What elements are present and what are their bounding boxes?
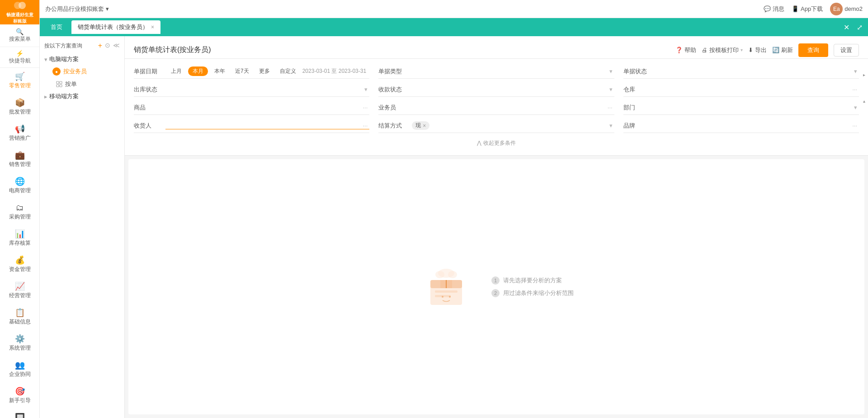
svg-rect-2 bbox=[57, 81, 59, 84]
warehouse-control[interactable]: ··· bbox=[655, 86, 859, 93]
svg-point-13 bbox=[449, 296, 451, 298]
receipt-status-control[interactable]: ▾ bbox=[410, 86, 614, 93]
panel-edit-btn[interactable]: ⊙ bbox=[105, 42, 110, 50]
doc-type-label: 单据类型 bbox=[378, 67, 410, 76]
tab-close-icon[interactable]: × bbox=[151, 24, 154, 30]
sidebar-item-system[interactable]: ⚙️ 系统管理 bbox=[0, 330, 39, 356]
logo-text: 畅捷通好生意 bbox=[6, 12, 33, 18]
date-btn-last-month[interactable]: 上月 bbox=[167, 66, 185, 76]
active-indicator-icon: ● bbox=[52, 67, 61, 76]
app-download-label: App下载 bbox=[801, 5, 823, 13]
sidebar-item-sales[interactable]: 💼 销售管理 bbox=[0, 147, 39, 173]
panel-item-by-order[interactable]: 按单 bbox=[40, 78, 124, 90]
panel-item-salesperson-label: 按业务员 bbox=[63, 67, 87, 76]
doc-type-control[interactable]: ▾ bbox=[410, 68, 614, 75]
tab-maximize-btn[interactable]: ⤢ bbox=[855, 21, 864, 33]
date-btn-this-month[interactable]: 本月 bbox=[188, 66, 208, 76]
tab-active[interactable]: 销货单统计表（按业务员） × bbox=[71, 20, 160, 34]
empty-illustration bbox=[419, 260, 473, 314]
date-label: 单据日期 bbox=[134, 67, 165, 76]
dept-control[interactable]: ▾ bbox=[655, 104, 859, 111]
settlement-label: 结算方式 bbox=[378, 122, 410, 130]
settlement-tag-close-btn[interactable]: × bbox=[423, 123, 426, 129]
sidebar-item-marketing[interactable]: 📢 营销推广 bbox=[0, 120, 39, 147]
message-label: 消息 bbox=[773, 5, 784, 13]
sidebar-item-retail[interactable]: 🛒 零售管理 ▸ bbox=[0, 68, 39, 94]
query-button[interactable]: 查询 bbox=[798, 43, 828, 57]
settlement-control[interactable]: 现 × ▾ bbox=[410, 121, 614, 130]
print-btn[interactable]: 🖨 按模板打印 ▾ bbox=[702, 46, 743, 54]
panel-section-desktop[interactable]: ▾ 电脑端方案 bbox=[40, 53, 124, 65]
filter-row-4: 收货人 ··· 结算方式 现 × ▾ bbox=[134, 119, 859, 133]
sidebar-item-system-label: 系统管理 bbox=[9, 344, 31, 352]
sidebar-search[interactable]: 🔍 搜索菜单 bbox=[0, 24, 39, 47]
sidebar-item-enterprise[interactable]: 👥 企业协同 bbox=[0, 356, 39, 383]
goods-control[interactable]: ··· bbox=[165, 104, 369, 111]
sidebar-item-wholesale[interactable]: 📦 批发管理 ▴ bbox=[0, 94, 39, 120]
panel-collapse-btn[interactable]: ≪ bbox=[113, 42, 120, 50]
sidebar-item-ecommerce-label: 电商管理 bbox=[9, 187, 31, 195]
marketing-icon: 📢 bbox=[15, 125, 25, 133]
sidebar-item-apps[interactable]: 🔲 应用中心 bbox=[0, 409, 39, 418]
mobile-section-arrow-icon: ▸ bbox=[44, 93, 47, 100]
svg-rect-3 bbox=[60, 81, 62, 84]
panel-add-btn[interactable]: + bbox=[98, 42, 102, 50]
date-btn-7days[interactable]: 近7天 bbox=[231, 66, 253, 76]
date-range-display: 2023-03-01 至 2023-03-31 bbox=[302, 67, 366, 75]
sidebar-item-inventory[interactable]: 📊 库存核算 bbox=[0, 225, 39, 252]
sidebar-item-sales-label: 销售管理 bbox=[9, 161, 31, 168]
filter-receipt-status: 收款状态 ▾ bbox=[378, 82, 614, 97]
date-btn-more[interactable]: 更多 bbox=[255, 66, 274, 76]
tab-close-btn[interactable]: ✕ bbox=[842, 21, 851, 33]
refresh-btn[interactable]: 🔄 刷新 bbox=[772, 46, 793, 54]
date-btn-custom[interactable]: 自定义 bbox=[276, 66, 300, 76]
filter-goods: 商品 ··· bbox=[134, 100, 369, 115]
brand-label: 品牌 bbox=[623, 122, 655, 130]
salesperson-control[interactable]: ··· bbox=[410, 104, 614, 111]
sidebar-item-retail-label: 零售管理 bbox=[9, 82, 31, 90]
message-icon: 💬 bbox=[764, 5, 771, 12]
print-arrow-icon: ▾ bbox=[741, 48, 743, 52]
sidebar-item-finance[interactable]: 💰 资金管理 bbox=[0, 252, 39, 278]
main-area: 办公用品行业模拟账套 ▾ 💬 消息 📱 App下载 Ea demo2 首页 bbox=[40, 0, 868, 418]
date-btn-this-year[interactable]: 本年 bbox=[211, 66, 229, 76]
sidebar-item-newbie-label: 新手引导 bbox=[9, 397, 31, 404]
consignee-control[interactable]: ··· bbox=[165, 122, 369, 129]
topbar-right: 💬 消息 📱 App下载 Ea demo2 bbox=[764, 3, 863, 15]
tab-home[interactable]: 首页 bbox=[43, 20, 70, 34]
app-name-dropdown[interactable]: 办公用品行业模拟账套 ▾ bbox=[45, 5, 109, 13]
sidebar-item-finance-label: 资金管理 bbox=[9, 266, 31, 273]
sidebar-item-basic-label: 基础信息 bbox=[9, 318, 31, 326]
tabbar-actions: ✕ ⤢ bbox=[842, 21, 864, 33]
svg-point-12 bbox=[442, 296, 443, 298]
right-content: 销货单统计表(按业务员) ❓ 帮助 🖨 按模板打印 ▾ ⬇ 导出 bbox=[125, 36, 868, 418]
sidebar: 畅捷通好生意 标账版 🔍 搜索菜单 ⚡ 快捷导航 🛒 零售管理 ▸ 📦 批发管理… bbox=[0, 0, 40, 418]
out-status-control[interactable]: ▾ bbox=[165, 86, 369, 93]
svg-rect-4 bbox=[57, 85, 59, 87]
user-menu[interactable]: Ea demo2 bbox=[830, 3, 863, 15]
sidebar-item-purchase[interactable]: 🗂 采购管理 bbox=[0, 199, 39, 225]
export-btn[interactable]: ⬇ 导出 bbox=[748, 46, 767, 54]
sidebar-item-basic[interactable]: 📋 基础信息 bbox=[0, 304, 39, 330]
collapse-bar[interactable]: ⋀ 收起更多条件 bbox=[134, 137, 859, 150]
sidebar-quick-nav[interactable]: ⚡ 快捷导航 bbox=[0, 47, 39, 68]
sidebar-item-operation[interactable]: 📈 经营管理 bbox=[0, 278, 39, 304]
help-btn[interactable]: ❓ 帮助 bbox=[675, 46, 696, 54]
sidebar-item-newbie[interactable]: 🎯 新手引导 bbox=[0, 383, 39, 409]
empty-tip-2: 2 用过滤条件来缩小分析范围 bbox=[491, 289, 574, 297]
system-icon: ⚙️ bbox=[15, 335, 25, 343]
doc-status-control[interactable]: ▾ bbox=[655, 68, 859, 75]
sidebar-item-ecommerce[interactable]: 🌐 电商管理 bbox=[0, 173, 39, 199]
message-btn[interactable]: 💬 消息 bbox=[764, 5, 784, 13]
avatar: Ea bbox=[830, 3, 843, 15]
sidebar-item-enterprise-label: 企业协同 bbox=[9, 370, 31, 378]
user-name: demo2 bbox=[844, 5, 863, 12]
panel-header: 按以下方案查询 + ⊙ ≪ bbox=[40, 40, 124, 53]
settings-button[interactable]: 设置 bbox=[834, 44, 859, 57]
refresh-icon: 🔄 bbox=[772, 47, 779, 53]
settlement-arrow-icon: ▾ bbox=[609, 122, 613, 129]
brand-control[interactable]: ··· bbox=[655, 122, 859, 129]
app-download-btn[interactable]: 📱 App下载 bbox=[792, 5, 823, 13]
panel-item-by-salesperson[interactable]: ● 按业务员 bbox=[40, 65, 124, 78]
panel-section-mobile[interactable]: ▸ 移动端方案 bbox=[40, 90, 124, 102]
